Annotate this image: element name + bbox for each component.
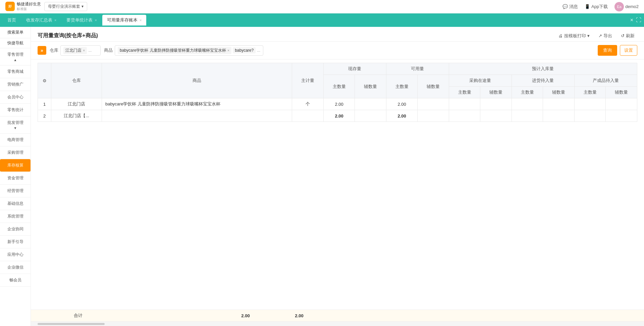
sidebar-item-member-center[interactable]: 会员中心 [0, 91, 31, 104]
logo-icon: 好 [5, 2, 15, 11]
refresh-label: 刷新 [626, 33, 635, 39]
quick-nav-label: 快捷导航 [7, 41, 23, 45]
industry-label: 母婴行业演示账套 [48, 4, 80, 9]
row-num-2: 2 [38, 110, 51, 122]
sidebar-item-vip-member[interactable]: 畅会员 [0, 274, 31, 287]
row-warehouse-1: 江北门店 [51, 98, 102, 110]
sidebar-item-ops-mgmt[interactable]: 经营管理 [0, 185, 31, 197]
row-available-main-2: 2.00 [386, 110, 418, 122]
product-tag-1-remove[interactable]: × [227, 48, 229, 52]
sidebar-item-enterprise-wechat[interactable]: 企业微信 [0, 261, 31, 274]
sidebar-item-finance-mgmt[interactable]: 资金管理 [0, 172, 31, 185]
page-actions: 🖨 按模板打印 ▾ ↗ 导出 ↺ 刷新 [556, 32, 637, 40]
row-product-2 [102, 110, 292, 122]
sidebar-item-basic-info[interactable]: 基础信息 [0, 197, 31, 210]
product-tag-1-value: babycare学饮杯 儿童防摔防撞吸管杯重力球吸嘴杯宝宝水杯 [120, 48, 226, 53]
fullscreen-btn[interactable]: ⛶ [636, 17, 641, 23]
th-planned-inbound: 预计入库量 [449, 63, 637, 75]
user-area[interactable]: Ea demo2 [614, 2, 639, 11]
tab-home[interactable]: 首页 [3, 15, 21, 26]
gear-icon[interactable]: ⚙ [43, 78, 47, 83]
tab-order-stats-close[interactable]: × [95, 18, 97, 22]
product-input[interactable]: babycare学饮杯 儿童防摔防撞吸管杯重力球吸嘴杯宝宝水杯 × babyca… [115, 45, 263, 56]
refresh-icon: ↺ [621, 33, 625, 38]
warehouse-more-icon[interactable]: ... [88, 48, 92, 53]
warehouse-input[interactable]: 江北门店 × ... [60, 45, 101, 56]
scroll-thumb[interactable] [38, 323, 105, 325]
refresh-btn[interactable]: ↺ 刷新 [618, 32, 637, 40]
sidebar-item-purchase-mgmt[interactable]: 采购管理 [0, 146, 31, 159]
filter-toggle-btn[interactable]: » [38, 46, 46, 55]
main-layout: 搜索菜单 快捷导航 零售管理 ▲ 零售商城 营销推广 会员中心 零售统计 批发管… [0, 27, 644, 326]
th-production-pending-aux: 辅数量 [606, 87, 637, 98]
inventory-table: ⚙ 仓库 商品 主计量 现存量 可用量 预计入库量 主数量 辅数量 主数量 辅数… [38, 63, 637, 122]
tab-available-ledger[interactable]: 可用量库存账本 × [102, 15, 146, 26]
sidebar-item-new-guide[interactable]: 新手引导 [0, 236, 31, 248]
tab-available-ledger-label: 可用量库存账本 [107, 17, 138, 23]
basic-info-label: 基础信息 [7, 201, 23, 206]
retail-mall-label: 零售商城 [7, 69, 23, 75]
system-mgmt-label: 系统管理 [7, 214, 23, 219]
retail-stats-label: 零售统计 [7, 107, 23, 113]
industry-selector[interactable]: 母婴行业演示账套 ▾ [44, 2, 87, 11]
avatar: Ea [614, 2, 624, 11]
export-btn[interactable]: ↗ 导出 [596, 32, 615, 40]
th-product: 商品 [102, 63, 292, 98]
sidebar-item-system-mgmt[interactable]: 系统管理 [0, 210, 31, 223]
chevron-down-icon: ▾ [82, 4, 84, 9]
tab-receive-summary-close[interactable]: × [54, 18, 56, 22]
new-guide-label: 新手引导 [7, 239, 23, 245]
row-product-1: babycare学饮杯 儿童防摔防撞吸管杯重力球吸嘴杯宝宝水杯 [102, 98, 292, 110]
sidebar-quick-nav[interactable]: 快捷导航 [0, 38, 31, 48]
sidebar-search[interactable]: 搜索菜单 [0, 27, 31, 38]
row-ip-main-2 [512, 110, 543, 122]
row-ip-aux-2 [543, 110, 575, 122]
sidebar-item-inventory-check[interactable]: 库存核算 [0, 159, 31, 172]
sidebar-item-ecommerce-mgmt[interactable]: 电商管理 [0, 134, 31, 146]
th-production-pending: 产成品待入量 [574, 75, 637, 87]
print-template-btn[interactable]: 🖨 按模板打印 ▾ [556, 32, 592, 40]
sidebar-item-retail-mall[interactable]: 零售商城 [0, 65, 31, 78]
top-bar-left: 好 畅捷通好生意 标准版 母婴行业演示账套 ▾ [5, 2, 87, 11]
product-tag-2: babycare? [233, 47, 256, 53]
row-pp-aux-1 [606, 98, 637, 110]
table-row: 1 江北门店 babycare学饮杯 儿童防摔防撞吸管杯重力球吸嘴杯宝宝水杯 个… [38, 98, 637, 110]
table-container: ⚙ 仓库 商品 主计量 现存量 可用量 预计入库量 主数量 辅数量 主数量 辅数… [31, 59, 644, 310]
member-center-label: 会员中心 [7, 94, 23, 100]
summary-label: 合计 [74, 313, 91, 319]
print-icon: 🖨 [558, 33, 563, 38]
product-filter: 商品 babycare学饮杯 儿童防摔防撞吸管杯重力球吸嘴杯宝宝水杯 × bab… [104, 45, 263, 56]
sidebar-item-retail-stats[interactable]: 零售统计 [0, 104, 31, 117]
chevron-icon-retail: ▲ [14, 58, 17, 62]
message-btn[interactable]: 💬 消息 [562, 4, 578, 10]
sidebar-item-wholesale-mgmt[interactable]: 批发管理 ▼ [0, 117, 31, 134]
tab-available-ledger-close[interactable]: × [140, 18, 142, 22]
summary-available-main: 2.00 [286, 313, 313, 318]
setting-btn[interactable]: 设置 [620, 45, 637, 56]
warehouse-tag: 江北门店 × [63, 47, 87, 54]
export-icon: ↗ [598, 33, 602, 38]
row-pp-aux-2 [606, 110, 637, 122]
th-available-main-qty: 主数量 [386, 75, 418, 98]
sidebar-item-retail-mgmt[interactable]: 零售管理 ▲ [0, 48, 31, 65]
th-incoming-pending-aux: 辅数量 [543, 87, 575, 98]
th-main-unit: 主计量 [292, 63, 324, 98]
row-num-1: 1 [38, 98, 51, 110]
product-more-icon[interactable]: ... [257, 48, 260, 53]
sidebar-item-enterprise-collab[interactable]: 企业协同 [0, 223, 31, 236]
row-current-aux-1 [355, 98, 386, 110]
row-available-aux-1 [418, 98, 449, 110]
tab-receive-summary[interactable]: 收发存汇总表 × [21, 15, 61, 26]
vip-member-label: 畅会员 [9, 277, 21, 283]
tab-order-stats[interactable]: 要货单统计表 × [62, 15, 101, 26]
warehouse-tag-remove[interactable]: × [83, 48, 85, 52]
close-window-btn[interactable]: × [630, 17, 633, 23]
app-download-btn[interactable]: 📱 App下载 [585, 4, 608, 10]
row-available-aux-2 [418, 110, 449, 122]
sidebar-item-marketing[interactable]: 营销推广 [0, 78, 31, 91]
query-btn[interactable]: 查询 [598, 45, 617, 56]
sidebar-item-app-center[interactable]: 应用中心 [0, 248, 31, 261]
warehouse-filter: 仓库 江北门店 × ... [50, 45, 101, 56]
ops-mgmt-label: 经营管理 [7, 188, 23, 194]
th-gear[interactable]: ⚙ [38, 63, 51, 98]
